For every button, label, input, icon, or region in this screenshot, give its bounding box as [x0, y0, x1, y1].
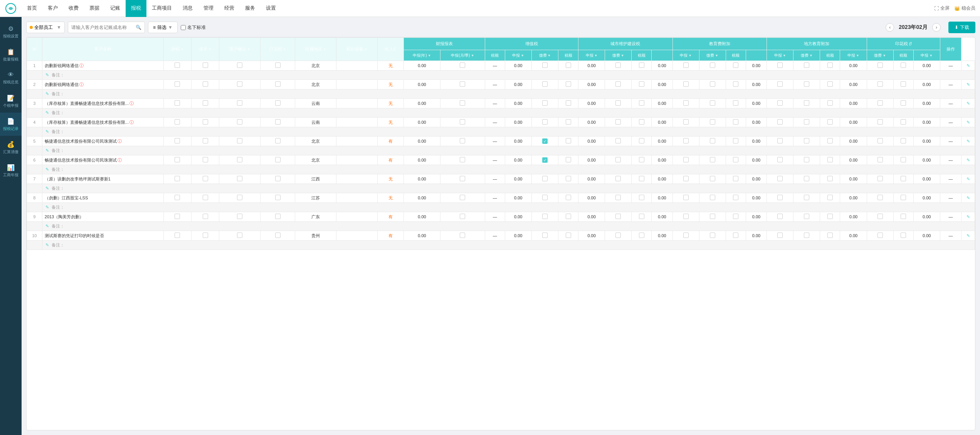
sidebar-item-tax-records[interactable]: 📄 报税记录	[0, 113, 22, 136]
clear-card-check[interactable]	[203, 233, 208, 238]
edit-icon[interactable]: ✎	[967, 101, 970, 106]
city-pay-check[interactable]	[639, 119, 644, 125]
edu-pay-check[interactable]	[733, 119, 738, 125]
vat-pay-check[interactable]	[566, 157, 571, 162]
edu-declare-check[interactable]	[710, 233, 715, 238]
tax-copy-check[interactable]	[175, 195, 180, 200]
city-pay-check[interactable]	[639, 138, 644, 143]
paid-tax-check[interactable]	[275, 195, 281, 200]
clear-card-check[interactable]	[203, 138, 208, 143]
clear-card-check[interactable]	[203, 195, 208, 200]
clear-card-check[interactable]	[203, 81, 208, 87]
edit-icon[interactable]: ✎	[967, 196, 970, 200]
edu-empty-check[interactable]	[777, 81, 783, 87]
nav-invoice[interactable]: 票据	[84, 0, 105, 17]
tax-copy-check[interactable]	[175, 176, 180, 181]
local-declare2-check[interactable]	[877, 100, 883, 106]
city-declare-check[interactable]	[615, 138, 621, 143]
local-pay-check[interactable]	[827, 119, 833, 125]
search-input[interactable]	[71, 25, 134, 30]
city-pay-check[interactable]	[639, 176, 644, 181]
city-empty-check[interactable]	[683, 62, 689, 68]
city-empty-check[interactable]	[683, 214, 689, 219]
edu-pay-check[interactable]	[733, 157, 738, 162]
edu-empty-check[interactable]	[777, 176, 783, 181]
nav-service[interactable]: 服务	[240, 0, 261, 17]
city-declare-check[interactable]	[615, 195, 621, 200]
edu-empty-check[interactable]	[777, 62, 783, 68]
customer-confirm-check[interactable]	[237, 62, 242, 68]
tax-copy-check[interactable]	[175, 119, 180, 125]
paid-tax-check[interactable]	[275, 157, 281, 162]
local-declare-check[interactable]	[804, 176, 809, 181]
nav-settings[interactable]: 设置	[261, 0, 281, 17]
local-declare2-check[interactable]	[877, 119, 883, 125]
city-declare-check[interactable]	[615, 233, 621, 238]
city-empty-check[interactable]	[683, 100, 689, 106]
annual-check[interactable]	[460, 81, 465, 87]
city-declare-check[interactable]	[615, 119, 621, 125]
edu-pay-check[interactable]	[733, 62, 738, 68]
edu-empty-check[interactable]	[777, 100, 783, 106]
paid-tax-check[interactable]	[275, 62, 281, 68]
stamp-pay-check[interactable]	[901, 81, 906, 87]
edu-declare-check[interactable]	[710, 81, 715, 87]
nav-business[interactable]: 工商项目	[146, 0, 177, 17]
annual-check[interactable]	[460, 176, 465, 181]
fullscreen-btn[interactable]: ⛶ 全屏	[934, 5, 950, 12]
tax-copy-check[interactable]	[175, 157, 180, 162]
clear-card-check[interactable]	[203, 214, 208, 219]
vat-pay-check[interactable]	[566, 119, 571, 125]
nav-tax[interactable]: 报税	[126, 0, 146, 17]
sidebar-item-settlement[interactable]: 💰 汇算清缴	[0, 136, 22, 159]
tax-copy-check[interactable]	[175, 100, 180, 106]
stamp-pay-check[interactable]	[901, 119, 906, 125]
paid-tax-check[interactable]	[275, 81, 281, 87]
annual-check[interactable]	[460, 214, 465, 219]
edu-pay-check[interactable]	[733, 233, 738, 238]
remark-edit-icon[interactable]: ✎	[45, 186, 49, 191]
paid-tax-check[interactable]	[275, 233, 281, 238]
edu-pay-check[interactable]	[733, 195, 738, 200]
local-declare-check[interactable]	[804, 100, 809, 106]
nav-operation[interactable]: 经营	[219, 0, 240, 17]
edit-icon[interactable]: ✎	[967, 139, 970, 143]
customer-confirm-check[interactable]	[237, 119, 242, 125]
local-declare-check[interactable]	[804, 119, 809, 125]
customer-confirm-check[interactable]	[237, 138, 242, 143]
nav-bookkeeping[interactable]: 记账	[105, 0, 126, 17]
edit-icon[interactable]: ✎	[967, 158, 970, 162]
local-pay-check[interactable]	[827, 195, 833, 200]
stamp-pay-check[interactable]	[901, 100, 906, 106]
local-pay-check[interactable]	[827, 138, 833, 143]
clear-card-check[interactable]	[203, 176, 208, 181]
vat-pay-check[interactable]	[566, 100, 571, 106]
nav-home[interactable]: 首页	[22, 0, 42, 17]
next-month-button[interactable]: ›	[932, 23, 941, 32]
edit-icon[interactable]: ✎	[967, 214, 970, 219]
customer-confirm-check[interactable]	[237, 81, 242, 87]
tax-copy-check[interactable]	[175, 138, 180, 143]
search-icon[interactable]: 🔍	[136, 25, 141, 30]
edu-declare-check[interactable]	[710, 62, 715, 68]
city-declare-check[interactable]	[615, 157, 621, 162]
city-pay-check[interactable]	[639, 233, 644, 238]
remark-edit-icon[interactable]: ✎	[45, 205, 49, 209]
local-declare2-check[interactable]	[877, 214, 883, 219]
edit-icon[interactable]: ✎	[967, 233, 970, 238]
local-declare2-check[interactable]	[877, 81, 883, 87]
named-checkbox-label[interactable]: 名下标准	[181, 24, 206, 31]
local-declare2-check[interactable]	[877, 62, 883, 68]
sidebar-item-tax-overview[interactable]: 👁 报税总览	[0, 66, 22, 89]
employee-filter[interactable]: 全部员工 ▼	[26, 22, 65, 33]
city-empty-check[interactable]	[683, 138, 689, 143]
city-empty-check[interactable]	[683, 176, 689, 181]
nav-management[interactable]: 管理	[198, 0, 219, 17]
customer-confirm-check[interactable]	[237, 233, 242, 238]
remark-edit-icon[interactable]: ✎	[45, 243, 49, 247]
local-declare-check[interactable]	[804, 233, 809, 238]
remark-edit-icon[interactable]: ✎	[45, 129, 49, 134]
customer-confirm-check[interactable]	[237, 214, 242, 219]
remark-edit-icon[interactable]: ✎	[45, 167, 49, 172]
annual-check[interactable]	[460, 233, 465, 238]
